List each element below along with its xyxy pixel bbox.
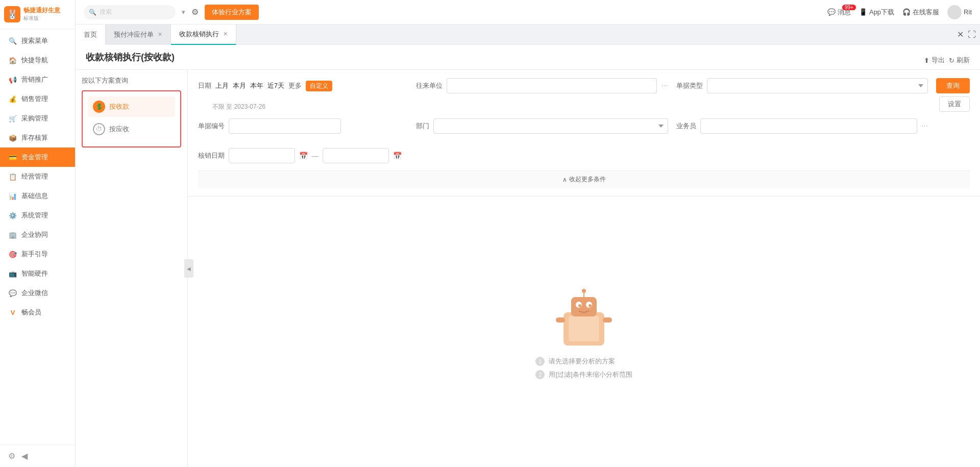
settings-btn[interactable]: 设置 xyxy=(939,96,970,112)
writeoff-date-start-input[interactable]: 2023-03-01 xyxy=(229,148,295,163)
message-badge: 99+ xyxy=(842,5,856,10)
service-icon: 🎧 xyxy=(902,8,911,16)
sidebar-item-basic[interactable]: 📊 基础信息 xyxy=(0,186,75,206)
search-placeholder: 搜索 xyxy=(100,8,112,16)
receipt-filter-icon: 💲 xyxy=(93,101,105,113)
empty-illustration xyxy=(553,284,615,351)
hardware-icon: 📺 xyxy=(8,269,17,278)
svg-point-5 xyxy=(578,304,581,307)
svg-point-6 xyxy=(589,304,592,307)
counterpart-more-icon[interactable]: ··· xyxy=(661,81,668,90)
sidebar-item-purchase[interactable]: 🛒 采购管理 xyxy=(0,109,75,128)
date-opt-this-month[interactable]: 本月 xyxy=(233,81,246,90)
sidebar-header: 🐰 畅捷通好生意 标准版 xyxy=(0,0,75,29)
industry-btn[interactable]: 体验行业方案 xyxy=(205,5,259,20)
sidebar-item-marketing[interactable]: 📢 营销推广 xyxy=(0,70,75,89)
calendar-end-icon[interactable]: 📅 xyxy=(393,152,402,160)
gear-icon[interactable]: ⚙ xyxy=(191,7,199,17)
topbar-search[interactable]: 🔍 搜索 xyxy=(84,5,176,19)
writeoff-date-end-input[interactable]: 2023-07-21 xyxy=(323,148,389,163)
main-area: 🔍 搜索 ▾ ⚙ 体验行业方案 💬 消息 99+ 📱 App下载 🎧 在线客服 … xyxy=(76,0,980,467)
sidebar-item-guide[interactable]: 🎯 新手引导 xyxy=(0,244,75,264)
page-header-actions: ⬆ 导出 ↻ 刷新 xyxy=(924,56,970,65)
refresh-btn[interactable]: ↻ 刷新 xyxy=(949,56,970,65)
counterpart-field: 往来单位 ··· xyxy=(416,78,668,93)
staff-input[interactable] xyxy=(700,118,917,134)
sidebar: 🐰 畅捷通好生意 标准版 🔍 搜索菜单 🏠 快捷导航 📢 营销推广 💰 销售管理… xyxy=(0,0,76,467)
writeoff-date-field: 核销日期 2023-03-01 📅 — 2023-07-21 📅 xyxy=(198,148,928,163)
message-action[interactable]: 💬 消息 99+ xyxy=(827,8,851,17)
date-range-separator: — xyxy=(312,152,318,160)
filter-option-by-receivable-label: 按应收 xyxy=(109,125,129,134)
home-icon: 🏠 xyxy=(8,56,17,65)
writeoff-row: 核销日期 2023-03-01 📅 — 2023-07-21 📅 xyxy=(198,148,928,163)
writeoff-date-range: 2023-03-01 📅 — 2023-07-21 📅 xyxy=(229,148,402,163)
receivable-filter-icon: ⏱ xyxy=(93,123,105,135)
close-tab-receipts-icon[interactable]: ✕ xyxy=(223,31,228,37)
tab-receipts[interactable]: 收款核销执行 ✕ xyxy=(171,24,236,45)
tab-home[interactable]: 首页 xyxy=(76,24,106,45)
filter-option-by-receipt[interactable]: 💲 按收款 xyxy=(88,96,175,117)
export-btn[interactable]: ⬆ 导出 xyxy=(924,56,945,65)
page-title: 收款核销执行(按收款) xyxy=(86,51,175,69)
operation-icon: 📋 xyxy=(8,172,17,181)
filter-option-by-receipt-label: 按收款 xyxy=(109,102,129,111)
page-content: 收款核销执行(按收款) ⬆ 导出 ↻ 刷新 按以下方案查询 xyxy=(76,45,980,467)
basic-icon: 📊 xyxy=(8,191,17,201)
sidebar-item-hardware[interactable]: 📺 智能硬件 xyxy=(0,264,75,283)
step-1-num: 1 xyxy=(535,357,545,366)
calendar-start-icon[interactable]: 📅 xyxy=(299,152,308,160)
date-opt-7days[interactable]: 近7天 xyxy=(267,81,284,90)
date-opt-last-month[interactable]: 上月 xyxy=(215,81,229,90)
settings-footer-icon[interactable]: ⚙ xyxy=(8,451,15,461)
svg-rect-10 xyxy=(603,317,612,323)
purchase-icon: 🛒 xyxy=(8,114,17,123)
page-header: 收款核销执行(按收款) ⬆ 导出 ↻ 刷新 xyxy=(76,45,980,70)
filter-option-by-receivable[interactable]: ⏱ 按应收 xyxy=(88,119,175,139)
app-branding: 畅捷通好生意 标准版 xyxy=(23,7,60,22)
sidebar-item-operation[interactable]: 📋 经营管理 xyxy=(0,167,75,186)
staff-label: 业务员 xyxy=(676,121,696,131)
tab-prepay[interactable]: 预付冲应付单 ✕ xyxy=(106,24,171,45)
chevron-down-icon[interactable]: ▾ xyxy=(182,8,185,16)
filter-panel-title: 按以下方案查询 xyxy=(82,76,181,85)
app-download-action[interactable]: 📱 App下载 xyxy=(859,8,894,17)
step-2-num: 2 xyxy=(535,370,545,379)
writeoff-date-label: 核销日期 xyxy=(198,151,225,160)
sidebar-item-collab[interactable]: 🏢 企业协同 xyxy=(0,225,75,244)
date-field: 日期 上月 本月 本年 近7天 更多 自定义 xyxy=(198,81,408,91)
app-subtitle: 标准版 xyxy=(23,15,60,22)
app-title: 畅捷通好生意 xyxy=(23,7,60,15)
collab-icon: 🏢 xyxy=(8,230,17,239)
sidebar-item-wechat[interactable]: 💬 企业微信 xyxy=(0,283,75,303)
date-opt-this-year[interactable]: 本年 xyxy=(250,81,263,90)
dept-select[interactable] xyxy=(433,118,668,134)
svg-point-8 xyxy=(582,289,586,293)
guide-icon: 🎯 xyxy=(8,250,17,259)
online-service-action[interactable]: 🎧 在线客服 xyxy=(902,8,939,17)
voucher-type-select[interactable] xyxy=(707,78,928,93)
maximize-tab-btn[interactable]: ⛶ xyxy=(968,30,976,39)
sidebar-item-sales[interactable]: 💰 销售管理 xyxy=(0,89,75,109)
app-icon: 📱 xyxy=(859,8,867,16)
collapse-filter-panel-btn[interactable]: ◀ xyxy=(184,259,193,278)
collapse-sidebar-icon[interactable]: ◀ xyxy=(21,451,28,461)
chevron-up-icon: ∧ xyxy=(562,176,567,183)
query-btn[interactable]: 查询 xyxy=(936,78,970,93)
sidebar-item-capital[interactable]: 💳 资金管理 xyxy=(0,148,75,167)
date-opt-custom[interactable]: 自定义 xyxy=(306,81,332,91)
sidebar-item-inventory[interactable]: 📦 库存核算 xyxy=(0,128,75,148)
close-tab-btn[interactable]: ✕ xyxy=(957,30,964,39)
sidebar-item-system[interactable]: ⚙️ 系统管理 xyxy=(0,206,75,225)
sidebar-item-member[interactable]: V 畅会员 xyxy=(0,303,75,322)
counterpart-input[interactable] xyxy=(447,78,657,93)
staff-more-icon[interactable]: ··· xyxy=(921,121,928,131)
user-profile[interactable]: Rit xyxy=(947,5,972,19)
collapse-more-conditions[interactable]: ∧ 收起更多条件 xyxy=(198,170,970,188)
voucher-no-input[interactable] xyxy=(229,118,341,134)
date-opt-more[interactable]: 更多 xyxy=(288,81,302,90)
sidebar-item-search[interactable]: 🔍 搜索菜单 xyxy=(0,31,75,51)
sidebar-item-shortcut[interactable]: 🏠 快捷导航 xyxy=(0,51,75,70)
close-tab-prepay-icon[interactable]: ✕ xyxy=(158,31,162,38)
empty-step-2: 2 用[过滤]条件来缩小分析范围 xyxy=(535,370,632,379)
